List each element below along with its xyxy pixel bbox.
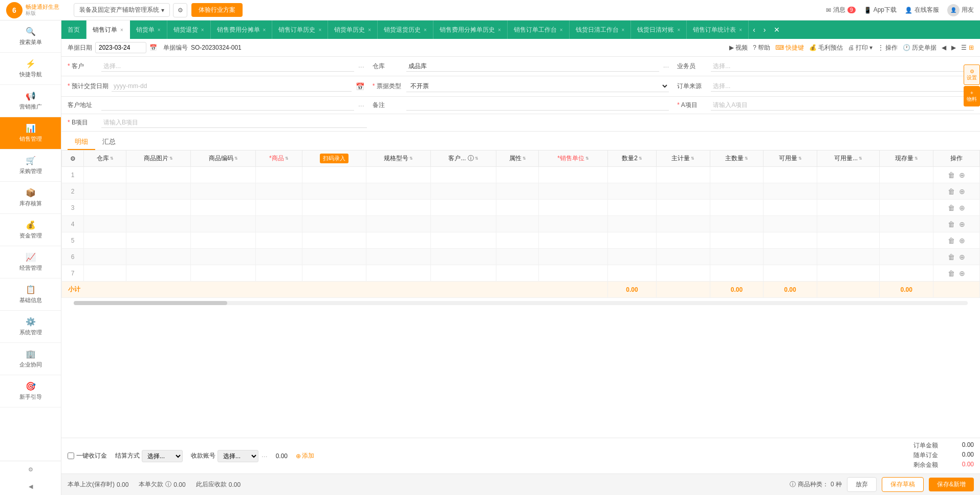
th-scan[interactable]: 扫码录入 xyxy=(302,150,366,167)
tab-close-icon[interactable]: × xyxy=(739,27,742,33)
tab-stats[interactable]: 销售订单统计表 × xyxy=(687,20,749,39)
print-btn[interactable]: 🖨 打印 ▾ xyxy=(848,44,873,52)
row-copy-btn[interactable]: ⊕ xyxy=(959,204,965,212)
nav-next-btn[interactable]: ▶ xyxy=(951,44,956,51)
staff-input[interactable] xyxy=(711,61,964,72)
tab-expense[interactable]: 销售费用分摊单 × xyxy=(211,20,273,39)
tab-daily-reconcile[interactable]: 钱货日清对账 × xyxy=(631,20,687,39)
add-link-button[interactable]: ⊕ 添加 xyxy=(296,451,314,460)
sidebar-item-operations[interactable]: 📈 经营管理 xyxy=(0,246,61,278)
app-download-item[interactable]: 📱 App下载 xyxy=(864,6,897,14)
row-copy-btn[interactable]: ⊕ xyxy=(959,220,965,228)
tab-close-icon[interactable]: × xyxy=(158,27,161,33)
sidebar-collapse-button[interactable]: ⚙ xyxy=(0,461,61,478)
addr-more-btn[interactable]: ··· xyxy=(358,101,364,110)
tab-close-icon[interactable]: × xyxy=(318,27,321,33)
th-available[interactable]: 可用量⇅ xyxy=(764,150,817,167)
th-settings[interactable]: ⚙ xyxy=(62,150,84,167)
th-customer-code[interactable]: 客户... ⓘ⇅ xyxy=(430,150,496,167)
video-btn[interactable]: ▶ 视频 xyxy=(729,44,748,52)
row-copy-btn[interactable]: ⊕ xyxy=(959,253,965,261)
th-unit[interactable]: *销售单位⇅ xyxy=(539,150,608,167)
right-action-setup[interactable]: ⚙ 设置 xyxy=(964,64,980,85)
message-item[interactable]: ✉ 消息 9 xyxy=(826,6,856,14)
tab-close-icon[interactable]: × xyxy=(263,27,266,33)
th-current[interactable]: 现存量⇅ xyxy=(880,150,933,167)
sidebar-item-enterprise[interactable]: 🏢 企业协同 xyxy=(0,343,61,375)
sidebar-item-search[interactable]: 🔍 搜索菜单 xyxy=(0,20,61,53)
b-project-input[interactable] xyxy=(101,117,367,128)
discard-button[interactable]: 放弃 xyxy=(847,477,877,492)
th-main-unit[interactable]: 主计量⇅ xyxy=(657,150,710,167)
th-attr[interactable]: 属性⇅ xyxy=(496,150,539,167)
th-spec[interactable]: 规格型号⇅ xyxy=(366,150,430,167)
calendar-icon[interactable]: 📅 xyxy=(149,44,157,51)
tab-sales-invoice[interactable]: 销货单 × xyxy=(130,20,167,39)
tab-return-history[interactable]: 销货退货历史 × xyxy=(378,20,433,39)
tab-home[interactable]: 首页 xyxy=(61,20,86,39)
sidebar-item-basic[interactable]: 📋 基础信息 xyxy=(0,278,61,311)
row-delete-btn[interactable]: 🗑 xyxy=(948,253,955,261)
tab-close-icon[interactable]: × xyxy=(677,27,680,33)
row-delete-btn[interactable]: 🗑 xyxy=(948,204,955,212)
tab-summary[interactable]: 汇总 xyxy=(95,135,123,150)
scan-button[interactable]: 扫码录入 xyxy=(320,154,349,163)
save-draft-button[interactable]: 保存草稿 xyxy=(882,477,924,492)
sidebar-item-finance[interactable]: 💰 资金管理 xyxy=(0,214,61,246)
th-main-qty[interactable]: 主数量⇅ xyxy=(710,150,764,167)
row-delete-btn[interactable]: 🗑 xyxy=(948,187,955,196)
customer-more-btn[interactable]: ··· xyxy=(358,62,364,71)
tab-order-history[interactable]: 销售订单历史 × xyxy=(272,20,328,39)
tab-close-icon[interactable]: × xyxy=(424,27,427,33)
account-more-btn[interactable]: ··· xyxy=(262,452,268,460)
a-project-input[interactable] xyxy=(711,100,974,111)
settings-icon[interactable]: ⚙ xyxy=(173,3,187,17)
sidebar-item-sales[interactable]: 📊 销售管理 xyxy=(0,117,61,149)
online-service-item[interactable]: 👤 在线客服 xyxy=(905,6,939,14)
save-new-button[interactable]: 保存&新增 xyxy=(929,478,974,491)
tab-close-icon[interactable]: × xyxy=(498,27,501,33)
delivery-input[interactable] xyxy=(112,81,352,92)
tab-detail[interactable]: 明细 xyxy=(68,135,95,150)
row-copy-btn[interactable]: ⊕ xyxy=(959,236,965,245)
row-delete-btn[interactable]: 🗑 xyxy=(948,236,955,245)
row-copy-btn[interactable]: ⊕ xyxy=(959,269,965,277)
customer-addr-input[interactable] xyxy=(101,100,354,111)
row-delete-btn[interactable]: 🗑 xyxy=(948,171,955,179)
solution-button[interactable]: 体验行业方案 xyxy=(191,3,243,17)
profit-estimate-btn[interactable]: 💰 毛利预估 xyxy=(809,44,843,52)
th-code[interactable]: 商品编码⇅ xyxy=(191,150,255,167)
sidebar-item-system[interactable]: ⚙️ 系统管理 xyxy=(0,311,61,343)
row-copy-btn[interactable]: ⊕ xyxy=(959,171,965,179)
row-delete-btn[interactable]: 🗑 xyxy=(948,269,955,277)
operations-btn[interactable]: ⋮ 操作 xyxy=(878,44,898,52)
tab-close-icon[interactable]: × xyxy=(120,27,123,33)
tab-close-icon[interactable]: × xyxy=(368,27,371,33)
tab-prev-button[interactable]: ‹ xyxy=(749,20,759,39)
sidebar-item-newbie[interactable]: 🎯 新手引导 xyxy=(0,375,61,407)
right-action-add-material[interactable]: + 物料 xyxy=(964,86,980,106)
note-input[interactable] xyxy=(406,100,669,111)
invoice-select[interactable]: 不开票 增值税普票 增值税专票 xyxy=(406,80,669,92)
sidebar-item-purchase[interactable]: 🛒 采购管理 xyxy=(0,149,61,182)
account-select[interactable]: 选择... xyxy=(217,450,258,462)
horizontal-scrollbar[interactable] xyxy=(74,301,968,305)
warehouse-input[interactable] xyxy=(406,61,659,72)
user-item[interactable]: 👤 用友 xyxy=(947,4,974,16)
tab-workbench[interactable]: 销售订单工作台 × xyxy=(508,20,570,39)
row-delete-btn[interactable]: 🗑 xyxy=(948,220,955,228)
tab-next-button[interactable]: › xyxy=(759,20,770,39)
help-btn[interactable]: ? 帮助 xyxy=(753,44,770,52)
tab-close-all-button[interactable]: ✕ xyxy=(770,20,784,39)
customer-input[interactable] xyxy=(101,61,354,72)
order-source-input[interactable] xyxy=(711,81,964,92)
system-selector[interactable]: 装备及固定资产辅助管理系统 ▾ xyxy=(74,3,170,17)
tab-close-icon[interactable]: × xyxy=(560,27,563,33)
list-view-btn[interactable]: ☰ xyxy=(961,44,967,51)
tab-sales-return[interactable]: 销货退货 × xyxy=(167,20,211,39)
date-input[interactable] xyxy=(95,42,146,53)
th-available2[interactable]: 可用量...⇅ xyxy=(817,150,880,167)
row-copy-btn[interactable]: ⊕ xyxy=(959,187,965,196)
tab-invoice-history[interactable]: 销货单历史 × xyxy=(328,20,378,39)
shortcut-btn[interactable]: ⌨ 快捷键 xyxy=(775,44,804,52)
